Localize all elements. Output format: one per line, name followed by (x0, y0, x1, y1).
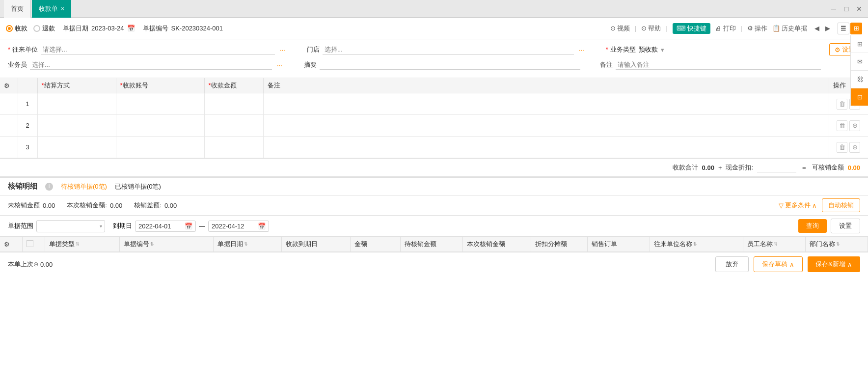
help-btn[interactable]: ⊙ 帮助 (641, 24, 661, 33)
radio-income[interactable]: 收款 (6, 24, 27, 33)
close-window-button[interactable]: ✕ (854, 4, 864, 14)
counterpart-input[interactable] (41, 45, 275, 55)
row-account-1[interactable] (116, 93, 204, 115)
wth-amount: 金额 (351, 237, 401, 252)
form-row-2: 业务员 ··· 摘要 备注 (8, 60, 860, 70)
shortcut-btn[interactable]: ⌨ 快捷键 (673, 23, 710, 34)
maximize-button[interactable]: □ (841, 4, 851, 14)
copy-icon-2[interactable]: ⊕ (849, 120, 860, 131)
radio-income-dot (6, 25, 13, 32)
date-range-field: 到期日 📅 — 📅 (113, 221, 269, 232)
sidebar-table-icon[interactable]: ⊞ (851, 35, 868, 53)
discount-input[interactable] (757, 163, 796, 172)
staff-label: 业务员 (8, 60, 27, 69)
row-settle-1[interactable] (37, 93, 116, 115)
toolbar: 收款 退款 单据日期 2023-03-24 📅 单据编号 SK-20230324… (0, 18, 868, 39)
filter-buttons: 查询 设置 (798, 219, 860, 233)
calendar-icon[interactable]: 📅 (127, 25, 135, 32)
date-to-input[interactable] (212, 223, 256, 230)
writeoff-section: 核销明细 i 待核销单据(0笔) 已核销单据(0笔) 未核销金额 0.00 本次… (0, 177, 868, 252)
writeoff-info-icon[interactable]: i (45, 183, 53, 191)
discard-button[interactable]: 放弃 (715, 256, 749, 272)
delete-icon-3[interactable]: 🗑 (837, 142, 847, 153)
video-btn[interactable]: ⊙ 视频 (610, 24, 630, 33)
save-draft-button[interactable]: 保存草稿 ∧ (754, 256, 803, 272)
row-remark-2[interactable] (263, 115, 829, 137)
date-from-input[interactable] (138, 223, 183, 230)
grid-view-btn[interactable]: ⊞ (850, 23, 862, 34)
date-value: 2023-03-24 (91, 25, 124, 32)
list-view-btn[interactable]: ☰ (838, 23, 849, 34)
row-account-3[interactable] (116, 137, 204, 158)
store-input[interactable] (323, 45, 574, 55)
footer: 本单上次⊙ 0.00 放弃 保存草稿 ∧ 保存&新增 ∧ (0, 252, 868, 276)
range-select[interactable] (36, 220, 105, 232)
nav-next[interactable]: ▶ (823, 24, 833, 33)
wth-staff: 员工名称 ⇅ (743, 237, 805, 252)
save-new-button[interactable]: 保存&新增 ∧ (808, 256, 860, 272)
minimize-button[interactable]: ─ (829, 4, 839, 14)
sidebar-clip-icon[interactable]: ⛓ (851, 71, 868, 88)
counterpart-more-icon[interactable]: ··· (278, 46, 287, 54)
row-account-2[interactable] (116, 115, 204, 137)
cal-from-icon[interactable]: 📅 (185, 223, 192, 230)
writeoff-stats: 未核销金额 0.00 本次核销金额: 0.00 核销差额: 0.00 ▽ 更多条… (0, 196, 868, 216)
staff-input[interactable] (30, 60, 272, 70)
equals-sign: = (802, 164, 806, 171)
row-num-1: 1 (18, 93, 37, 115)
row-settle-2[interactable] (37, 115, 116, 137)
query-button[interactable]: 查询 (798, 219, 827, 233)
staff-field: 业务员 ··· (8, 60, 284, 70)
more-conditions-btn[interactable]: ▽ 更多条件 ∧ (779, 201, 817, 210)
business-type-arrow[interactable]: ▾ (661, 46, 664, 54)
tab-home[interactable]: 首页 (4, 0, 31, 18)
total-value: 0.00 (702, 164, 714, 171)
delete-icon-2[interactable]: 🗑 (837, 120, 847, 131)
row-amount-2[interactable] (204, 115, 263, 137)
sidebar-mail-icon[interactable]: ✉ (851, 53, 868, 71)
diff-label: 核销差额: (134, 201, 162, 210)
tab-active[interactable]: 收款单 × (32, 0, 71, 18)
summary-input[interactable] (320, 60, 580, 70)
staff-more-icon[interactable]: ··· (275, 61, 284, 69)
nav-prev[interactable]: ◀ (812, 24, 822, 33)
history-btn[interactable]: 📋 历史单据 (772, 24, 807, 33)
row-amount-1[interactable] (204, 93, 263, 115)
row-remark-1[interactable] (263, 93, 829, 115)
income-table-area: ⚙ *结算方式 *收款账号 *收款金额 备注 (0, 78, 868, 159)
footer-info: 本单上次⊙ 0.00 (8, 260, 53, 269)
counterpart-label: 往来单位 (8, 45, 38, 54)
copy-icon-3[interactable]: ⊕ (849, 142, 860, 153)
operations-btn[interactable]: ⚙ 操作 (747, 24, 767, 33)
row-action-2: 🗑 ⊕ (829, 115, 868, 137)
radio-refund[interactable]: 退款 (33, 24, 55, 33)
writeoff-settings-button[interactable]: 设置 (831, 219, 860, 233)
operations-icon: ⚙ (747, 25, 753, 32)
store-more-icon[interactable]: ··· (577, 46, 586, 54)
print-btn[interactable]: 🖨 打印 (715, 24, 736, 33)
save-new-arrow-icon: ∧ (847, 261, 852, 268)
sort-counterpart-icon: ⇅ (693, 242, 697, 247)
sidebar-camera-icon[interactable]: ⊡ (851, 88, 868, 106)
auto-writeoff-button[interactable]: 自动核销 (822, 198, 860, 212)
help-icon: ⊙ (641, 25, 647, 32)
row-remark-3[interactable] (263, 137, 829, 158)
pending-tab[interactable]: 待核销单据(0笔) (61, 182, 107, 191)
writeoff-header: 核销明细 i 待核销单据(0笔) 已核销单据(0笔) (0, 178, 868, 196)
tab-close-icon[interactable]: × (61, 5, 64, 12)
gear-icon[interactable]: ⚙ (4, 82, 10, 89)
remark-input[interactable] (616, 60, 821, 70)
filter-icon: ▽ (779, 202, 784, 209)
wth-gear-icon[interactable]: ⚙ (4, 241, 10, 248)
select-all-checkbox[interactable] (27, 240, 33, 247)
current-stat: 本次核销金额: 0.00 (67, 201, 122, 210)
row-amount-3[interactable] (204, 137, 263, 158)
uncancelled-label: 未核销金额 (8, 201, 40, 210)
row-settle-3[interactable] (37, 137, 116, 158)
done-tab[interactable]: 已核销单据(0笔) (115, 182, 161, 191)
wth-number: 单据编号 ⇅ (120, 237, 213, 252)
delete-icon-1[interactable]: 🗑 (837, 99, 847, 110)
type-radio-group: 收款 退款 (6, 24, 55, 33)
cal-to-icon[interactable]: 📅 (258, 223, 266, 230)
row-gear-2 (0, 115, 18, 137)
